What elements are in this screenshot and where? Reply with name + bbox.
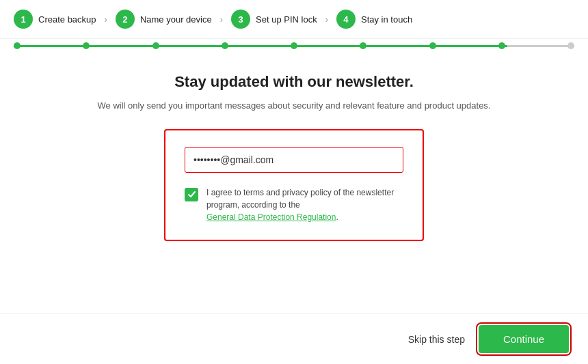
step-1-label: Create backup [38,14,96,25]
checkbox-row: I agree to terms and privacy policy of t… [185,186,403,223]
step-4-label: Stay in touch [361,14,412,25]
continue-button[interactable]: Continue [479,325,569,353]
step-2-label: Name your device [140,14,212,25]
step-1-circle: 1 [14,10,33,29]
step-header: 1 Create backup › 2 Name your device › 3… [0,0,588,39]
arrow-1: › [105,14,107,25]
checkmark-icon [187,190,196,199]
arrow-3: › [325,14,328,25]
progress-bar-container [0,39,588,53]
step-3: 3 Set up PIN lock [231,10,317,29]
skip-link[interactable]: Skip this step [408,334,465,345]
step-3-number: 3 [238,14,243,25]
dot-6 [360,42,366,49]
dot-1 [14,42,21,49]
step-4: 4 Stay in touch [336,10,412,29]
dot-2 [83,42,90,49]
agree-checkbox[interactable] [185,188,198,201]
dot-4 [222,42,228,49]
step-1-number: 1 [21,14,25,25]
checkbox-text-main: I agree to terms and privacy policy of t… [206,188,394,210]
dot-5 [291,42,297,49]
step-2: 2 Name your device [116,10,212,29]
step-3-circle: 3 [231,10,250,29]
step-4-number: 4 [343,14,348,25]
step-3-label: Set up PIN lock [256,14,317,25]
checkbox-label: I agree to terms and privacy policy of t… [206,186,403,223]
email-input[interactable] [185,147,403,173]
step-1: 1 Create backup [14,10,96,29]
progress-track [14,39,574,53]
dot-7 [429,42,436,49]
dot-8 [498,42,505,49]
step-2-number: 2 [122,14,127,25]
step-2-circle: 2 [116,10,135,29]
progress-dots [14,42,574,49]
arrow-2: › [220,14,223,25]
dot-9 [567,42,574,49]
page-subtitle: We will only send you important messages… [98,99,491,113]
dot-3 [152,42,159,49]
step-4-circle: 4 [336,10,356,29]
gdpr-link[interactable]: General Data Protection Regulation [206,212,336,222]
main-content: Stay updated with our newsletter. We wil… [0,53,588,255]
footer: Skip this step Continue [0,313,588,364]
page-title: Stay updated with our newsletter. [55,73,533,91]
center-wrap: Stay updated with our newsletter. We wil… [55,73,533,241]
checkbox-punctuation: . [336,212,338,222]
form-card: I agree to terms and privacy policy of t… [164,129,424,241]
